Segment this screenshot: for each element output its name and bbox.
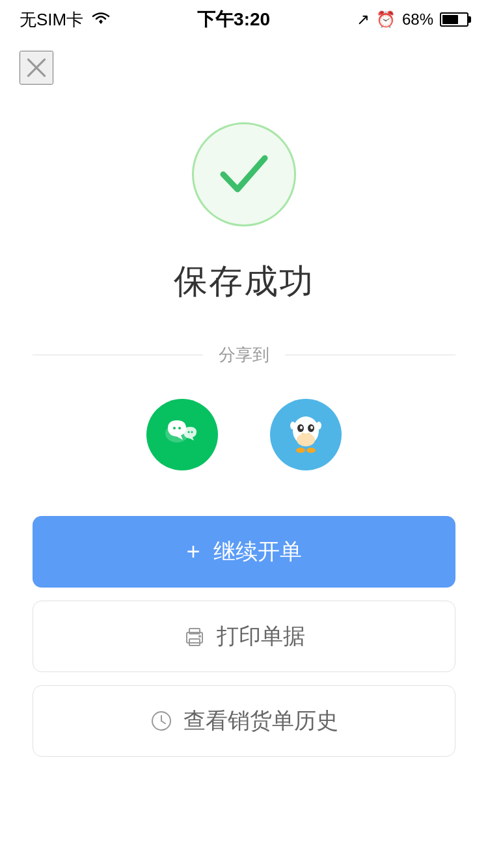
share-label: 分享到 [203,344,285,366]
svg-point-14 [297,433,315,446]
svg-point-15 [290,422,295,429]
close-icon [25,56,48,79]
alarm-icon: ⏰ [376,10,396,29]
status-bar-time: 下午3:20 [197,7,270,32]
qq-icon [285,413,327,457]
printer-icon [183,625,206,648]
continue-button[interactable]: + 继续开单 [33,516,455,588]
svg-point-5 [178,427,181,429]
share-divider: 分享到 [33,344,455,366]
print-button[interactable]: 打印单据 [33,601,455,672]
svg-point-7 [191,431,193,433]
svg-point-18 [306,448,316,453]
svg-line-25 [161,721,165,724]
status-bar-right: ↗ ⏰ 68% [357,10,468,29]
carrier-text: 无SIM卡 [20,8,83,31]
wechat-share-button[interactable] [146,399,218,470]
divider-left [33,355,203,355]
svg-point-11 [300,426,303,429]
success-circle [192,122,296,226]
qq-share-button[interactable] [270,399,342,470]
svg-point-16 [316,422,321,429]
checkmark-icon [218,152,270,197]
continue-label: 继续开单 [213,537,302,567]
status-bar: 无SIM卡 下午3:20 ↗ ⏰ 68% [0,0,488,39]
wechat-icon [161,414,203,455]
action-buttons: + 继续开单 打印单据 查看销货单历史 [33,516,455,757]
plus-icon: + [186,538,200,565]
history-label: 查看销货单历史 [183,706,338,736]
svg-point-6 [188,431,190,433]
wifi-icon [91,12,111,27]
close-button[interactable] [20,51,53,85]
svg-point-17 [296,448,305,453]
share-icons-container [146,399,342,470]
battery-percent: 68% [402,10,433,29]
svg-point-22 [198,635,201,638]
history-button[interactable]: 查看销货单历史 [33,685,455,757]
divider-right [285,355,455,355]
battery-icon [440,12,468,27]
svg-point-4 [173,427,176,429]
location-icon: ↗ [357,10,370,29]
success-title: 保存成功 [174,259,314,305]
main-content: 保存成功 分享到 [0,96,488,757]
svg-point-12 [310,426,313,429]
nav-bar [0,39,488,96]
print-label: 打印单据 [217,621,305,651]
clock-icon [150,709,173,733]
status-bar-left: 无SIM卡 [20,8,111,31]
